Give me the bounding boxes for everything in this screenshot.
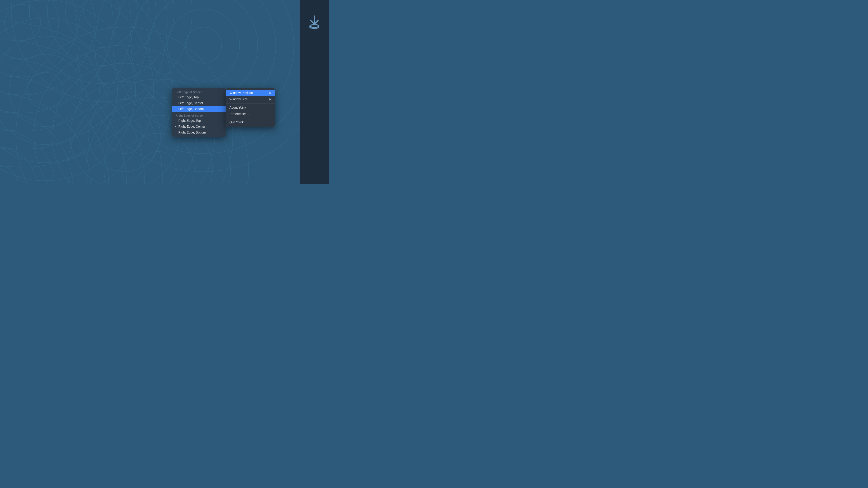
right-edge-section-header: Right Edge of Screen (172, 113, 226, 118)
window-size-menu-item[interactable]: Window Size ▶ (226, 96, 275, 102)
svg-point-31 (106, 118, 143, 154)
window-position-arrow-icon: ▶ (270, 91, 272, 94)
svg-point-22 (0, 0, 149, 149)
svg-point-20 (0, 0, 113, 113)
svg-point-5 (0, 76, 108, 184)
preferences-menu-item[interactable]: Preferences... (226, 111, 275, 117)
window-position-submenu: Left Edge of Screen Left Edge, Top Left … (172, 88, 226, 137)
svg-point-33 (70, 81, 179, 184)
menu-separator-2 (226, 118, 275, 118)
svg-point-40 (29, 0, 174, 84)
quit-yoink-menu-item[interactable]: Quit Yoink (226, 119, 275, 125)
svg-point-47 (310, 25, 319, 27)
svg-point-37 (84, 0, 120, 29)
svg-point-0 (0, 166, 18, 184)
right-edge-bottom-item[interactable]: Right Edge, Bottom (172, 129, 226, 135)
main-context-menu: Window Position ▶ Window Size ▶ About Yo… (225, 88, 275, 127)
right-edge-center-item[interactable]: Right Edge, Center (172, 124, 226, 129)
yoink-download-icon[interactable] (307, 13, 322, 29)
right-edge-top-item[interactable]: Right Edge, Top (172, 118, 226, 124)
window-position-menu-item[interactable]: Window Position ▶ (226, 90, 275, 96)
svg-point-30 (77, 0, 329, 172)
svg-point-39 (48, 0, 156, 66)
window-size-arrow-icon: ▶ (270, 98, 272, 101)
left-edge-top-item[interactable]: Left Edge, Top (172, 94, 226, 100)
svg-point-24 (185, 27, 221, 63)
about-yoink-menu-item[interactable]: About Yoink (226, 104, 275, 111)
left-edge-bottom-item[interactable]: Left Edge, Bottom (172, 106, 226, 112)
background: .wave { fill: none; stroke: #4a8ab0; str… (0, 0, 329, 184)
left-edge-section-header: Left Edge of Screen (172, 90, 226, 94)
left-edge-center-item[interactable]: Left Edge, Center (172, 100, 226, 106)
svg-point-25 (167, 9, 240, 81)
svg-point-10 (9, 54, 81, 127)
svg-point-42 (140, 151, 176, 184)
menu-container: Left Edge of Screen Left Edge, Top Left … (172, 88, 275, 137)
svg-point-26 (149, 0, 258, 99)
svg-point-16 (4, 4, 41, 41)
svg-point-2 (0, 130, 54, 184)
right-panel (300, 0, 329, 184)
